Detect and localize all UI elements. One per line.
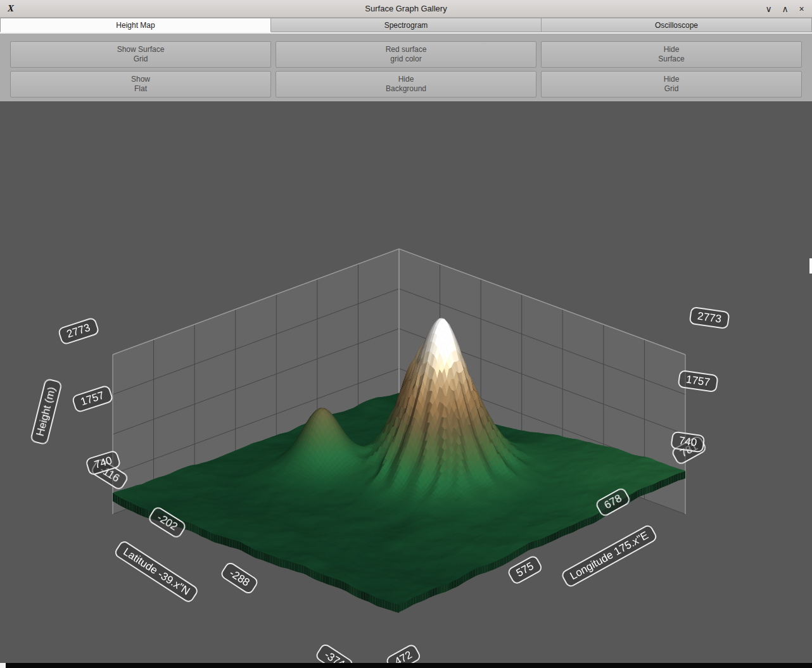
window-controls: ∨ ∧ × bbox=[763, 0, 807, 18]
button-label: grid color bbox=[390, 54, 421, 64]
tab-bar: Height Map Spectrogram Oscilloscope bbox=[0, 18, 812, 32]
button-label: Hide bbox=[664, 45, 680, 54]
taskbar-fragment bbox=[0, 663, 6, 668]
button-label: Grid bbox=[664, 84, 679, 94]
surface-viewport[interactable]: Height (m) 2773 1757 740 -116 -202 -288 … bbox=[0, 101, 812, 663]
minimize-icon[interactable]: ∨ bbox=[763, 4, 774, 14]
tab-height-map[interactable]: Height Map bbox=[0, 18, 271, 32]
button-label: Hide bbox=[398, 75, 414, 84]
surface-grid-color-button[interactable]: Red surface grid color bbox=[276, 41, 536, 68]
toolbar: Show Surface Grid Red surface grid color… bbox=[0, 34, 812, 101]
toggle-background-button[interactable]: Hide Background bbox=[276, 71, 536, 98]
tab-spectrogram[interactable]: Spectrogram bbox=[271, 18, 542, 32]
screen-edge-artifact bbox=[809, 258, 812, 274]
close-icon[interactable]: × bbox=[796, 4, 807, 14]
button-label: Surface bbox=[658, 54, 684, 64]
toggle-flat-button[interactable]: Show Flat bbox=[10, 71, 271, 98]
bottom-strip bbox=[0, 663, 812, 668]
button-label: Grid bbox=[134, 54, 148, 64]
toggle-surface-grid-button[interactable]: Show Surface Grid bbox=[10, 41, 271, 68]
titlebar[interactable]: X Surface Graph Gallery ∨ ∧ × bbox=[0, 0, 812, 18]
app-window: X Surface Graph Gallery ∨ ∧ × Height Map… bbox=[0, 0, 812, 668]
button-label: Hide bbox=[664, 75, 680, 84]
button-label: Show bbox=[131, 75, 150, 84]
app-icon: X bbox=[6, 3, 16, 13]
toggle-grid-button[interactable]: Hide Grid bbox=[541, 71, 802, 98]
tab-oscilloscope[interactable]: Oscilloscope bbox=[542, 18, 812, 32]
maximize-icon[interactable]: ∧ bbox=[780, 4, 790, 14]
button-label: Red surface bbox=[386, 45, 427, 54]
toggle-surface-button[interactable]: Hide Surface bbox=[541, 41, 802, 68]
button-label: Background bbox=[386, 84, 426, 94]
button-label: Flat bbox=[134, 84, 147, 94]
button-label: Show Surface bbox=[117, 45, 165, 54]
window-title: Surface Graph Gallery bbox=[0, 4, 812, 13]
